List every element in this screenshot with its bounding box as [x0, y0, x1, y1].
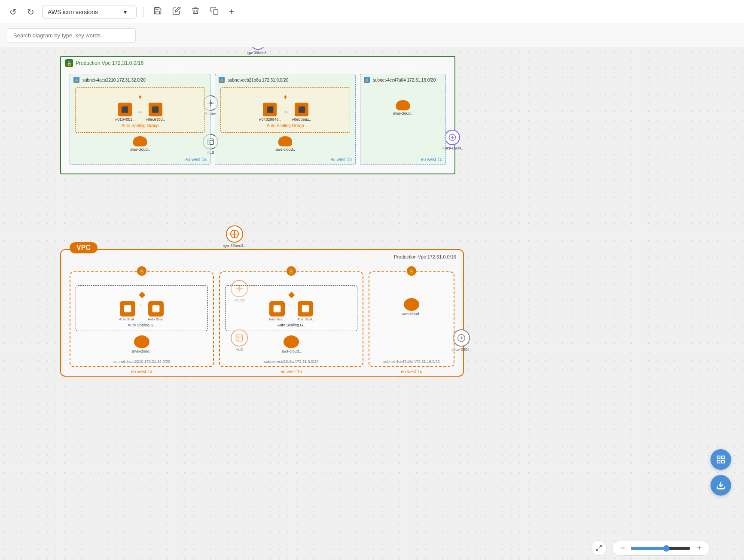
chevron-down-icon: ▾ — [124, 9, 127, 15]
svg-rect-20 — [722, 456, 724, 459]
vpc-container-1: 🔒 Production Vpc 172.31.0.0/16 Router — [60, 56, 455, 174]
svg-line-25 — [596, 548, 598, 551]
ec22-icon-1 — [120, 301, 135, 317]
ec2-item-3[interactable]: ⬛ i-04329948.. — [259, 103, 281, 122]
subnet-3-box: 🔒 subnet-4cc47a04 172.31.16.0/20 aws-clo… — [360, 74, 446, 165]
asg2-1-box: ◆ Auto Scal.. ← — [76, 285, 208, 331]
toolbar: ↺ ↻ AWS icon versions ▾ + — [0, 0, 744, 24]
subnet-1-box: 🔒 subnet-4aca2210 172.31.32.0/20 ⬧ ⬛ i-0… — [70, 74, 210, 165]
subnet-2-label: 🔒 subnet-ecb21b8a 172.31.0.0/20 — [219, 77, 288, 83]
routing-icon-1: ⬧ — [80, 92, 200, 101]
add-button[interactable]: + — [226, 5, 237, 18]
redo-button[interactable]: ↻ — [24, 5, 37, 19]
ec2-2item-4[interactable]: Auto Scal.. — [297, 301, 314, 321]
ec2-2item-2[interactable]: Auto Scal.. — [148, 301, 165, 321]
vpc-icon: 🔒 — [65, 59, 73, 67]
cloud2-shape-2 — [284, 335, 299, 348]
vpce-node-2[interactable]: vpce-0904.. — [451, 329, 472, 352]
ec2-icon-4: ⬛ — [295, 103, 308, 116]
download-fab-button[interactable] — [710, 475, 731, 496]
lock-icon-3: 🔒 — [364, 77, 370, 83]
cloud2-shape-3 — [404, 298, 419, 311]
ec22-icon-2 — [148, 301, 164, 317]
save-button[interactable] — [151, 5, 165, 19]
subnet2-1-box: 🔒 ◆ Auto Scal.. ← — [70, 271, 214, 367]
subnet2-lock-2: 🔒 — [287, 266, 296, 276]
ec2-icon-2: ⬛ — [149, 103, 162, 116]
arrow-4: ← — [288, 301, 295, 321]
asg2-2-box: ◆ Auto Scal.. ← — [225, 285, 357, 331]
svg-rect-17 — [273, 305, 281, 313]
arrow-2: ⇐ — [284, 109, 289, 115]
diagram1: igw-39bec3.. 🔒 Production Vpc 172.31.0.0… — [60, 56, 455, 174]
search-area — [0, 24, 744, 47]
lock2-icon-2: 🔒 — [287, 266, 296, 276]
asg-2-box: ⬧ ⬛ i-04329948.. ⇐ ⬛ i-0ebdea1.. — [220, 87, 350, 133]
search-input[interactable] — [7, 28, 136, 43]
routing-icon-2: ⬧ — [225, 92, 345, 101]
cloud2-1[interactable]: aws-cloud.. — [76, 335, 208, 353]
canvas: igw-39bec3.. 🔒 Production Vpc 172.31.0.0… — [0, 47, 744, 560]
ec2-2item-1[interactable]: Auto Scal.. — [119, 301, 136, 321]
subnet2-3-box: 🔒 aws-cloud.. subnet-4cc47a04 172.31.16.… — [369, 271, 454, 367]
svg-rect-16 — [152, 305, 160, 313]
lock-icon-1: 🔒 — [73, 77, 79, 83]
separator — [143, 7, 144, 17]
subnet2-row: 🔒 ◆ Auto Scal.. ← — [70, 271, 454, 367]
subnet-3-label: 🔒 subnet-4cc47a04 172.31.16.0/20 — [364, 77, 436, 83]
svg-rect-19 — [717, 456, 720, 459]
ec2-2row-1: Auto Scal.. ← Auto Scal.. — [79, 301, 204, 321]
arrow-1: ⇐ — [138, 109, 142, 115]
svg-rect-15 — [124, 305, 131, 313]
zoom-in-button[interactable]: + — [695, 544, 703, 553]
routing-icon2-2: ◆ — [229, 289, 354, 299]
ec2-icon-3: ⬛ — [263, 103, 277, 116]
lock2-icon-3: 🔒 — [407, 266, 416, 276]
vpc2-title: Production Vpc 172.31.0.0/16 — [394, 254, 456, 259]
ec2-item-4[interactable]: ⬛ i-0ebdea1.. — [292, 103, 311, 122]
ec2-2row-2: Auto Scal.. ← Auto Scal.. — [229, 301, 354, 321]
aws-cloud-3[interactable]: aws-cloud.. — [366, 100, 440, 116]
zoom-out-button[interactable]: − — [619, 544, 627, 553]
ec2-row-1: ⬛ i-01b40b1.. ⇐ ⬛ i-0ece35d.. — [80, 103, 200, 122]
undo-button[interactable]: ↺ — [7, 5, 19, 19]
aws-cloud-2[interactable]: aws-cloud.. — [220, 136, 350, 152]
layout-fab-button[interactable] — [710, 449, 731, 470]
subnet2-lock-1: 🔒 — [137, 266, 146, 276]
cloud2-3[interactable]: aws-cloud.. — [375, 298, 448, 316]
vpc2-outer: VPC Production Vpc 172.31.0.0/16 Router … — [60, 249, 464, 377]
subnet2-lock-3: 🔒 — [407, 266, 416, 276]
fab-container — [710, 449, 731, 496]
igw-node-1[interactable]: igw-39bec3.. — [247, 47, 268, 55]
svg-rect-21 — [722, 460, 724, 463]
ec2-row-2: ⬛ i-04329948.. ⇐ ⬛ i-0ebdea1.. — [225, 103, 345, 122]
edit-button[interactable] — [170, 5, 183, 19]
aws-cloud-1[interactable]: aws-cloud.. — [75, 136, 205, 152]
lock-icon-2: 🔒 — [219, 77, 225, 83]
ec2-icon-1: ⬛ — [118, 103, 132, 116]
ec2-item-2[interactable]: ⬛ i-0ece35d.. — [146, 103, 165, 122]
ec22-icon-3 — [269, 301, 285, 317]
subnet-1-label: 🔒 subnet-4aca2210 172.31.32.0/20 — [73, 77, 146, 83]
zoom-slider[interactable] — [631, 545, 691, 552]
svg-line-24 — [599, 545, 601, 548]
vpc-label-1: 🔒 Production Vpc 172.31.0.0/16 — [65, 59, 143, 67]
ec2-item-1[interactable]: ⬛ i-01b40b1.. — [115, 103, 134, 122]
svg-rect-18 — [302, 305, 309, 313]
zoom-controls: − + — [612, 541, 710, 556]
delete-button[interactable] — [189, 5, 202, 19]
vpc2-badge: VPC — [70, 242, 98, 253]
asg-1-box: ⬧ ⬛ i-01b40b1.. ⇐ ⬛ i-0ece35d.. — [75, 87, 205, 133]
expand-button[interactable] — [591, 540, 607, 556]
copy-button[interactable] — [207, 5, 221, 19]
ec2-2item-3[interactable]: Auto Scal.. — [268, 301, 285, 321]
cloud2-2[interactable]: aws-cloud.. — [225, 335, 357, 353]
ec22-icon-4 — [298, 301, 313, 317]
version-dropdown[interactable]: AWS icon versions ▾ — [42, 6, 137, 18]
lock2-icon-1: 🔒 — [137, 266, 146, 276]
cloud2-3-wrap: aws-cloud.. — [375, 298, 448, 316]
igw-node-2[interactable]: igw-39bec3.. — [223, 225, 245, 248]
svg-rect-0 — [213, 10, 218, 15]
subnet-2-box: 🔒 subnet-ecb21b8a 172.31.0.0/20 ⬧ ⬛ i-04… — [215, 74, 356, 165]
cloud2-shape-1 — [134, 335, 149, 348]
